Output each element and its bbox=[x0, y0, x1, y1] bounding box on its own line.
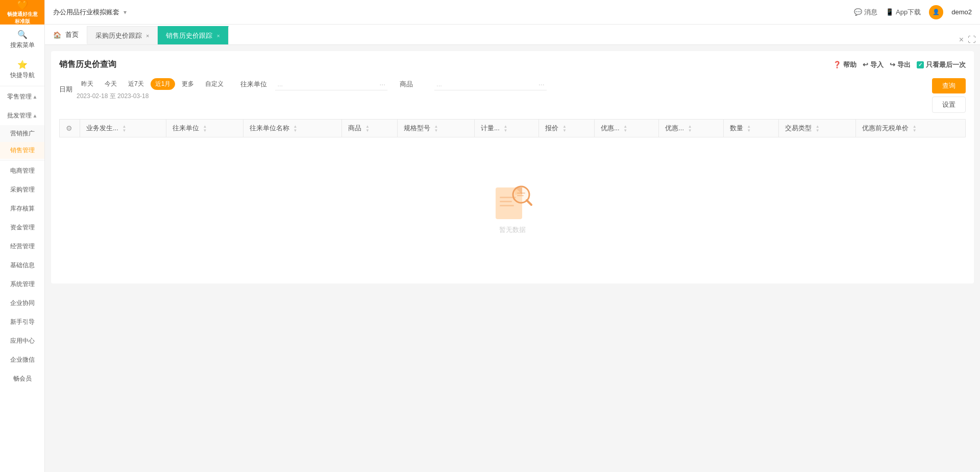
user-name[interactable]: demo2 bbox=[951, 8, 972, 16]
tab-close-all-button[interactable]: × bbox=[959, 35, 964, 44]
date-btn-1month[interactable]: 近1月 bbox=[151, 78, 176, 90]
sidebar-item-member[interactable]: 畅会员 bbox=[0, 369, 44, 388]
date-btn-today[interactable]: 今天 bbox=[100, 78, 121, 90]
th-trade-type[interactable]: 交易类型 ▲ ▼ bbox=[779, 120, 856, 137]
th-price-label: 报价 bbox=[545, 124, 558, 132]
sidebar-item-guide[interactable]: 新手引导 bbox=[0, 313, 44, 332]
sort-icons-business: ▲ ▼ bbox=[122, 125, 126, 133]
purchase-tab-close[interactable]: × bbox=[146, 33, 149, 39]
sales-tab-label: 销售历史价跟踪 bbox=[166, 31, 212, 40]
logo-icon: 🧡 bbox=[17, 0, 28, 11]
sort-icons-quantity: ▲ ▼ bbox=[747, 125, 751, 133]
partner-filter: 往来单位 ··· bbox=[240, 78, 387, 90]
th-quantity[interactable]: 数量 ▲ ▼ bbox=[723, 120, 779, 137]
product-filter: 商品 ··· bbox=[400, 78, 547, 90]
table-container: ⚙ 业务发生... ▲ ▼ 往来单位 bbox=[59, 119, 966, 137]
search-icon: 🔍 bbox=[17, 30, 28, 39]
sort-icons-unit: ▲ ▼ bbox=[503, 125, 507, 133]
product-input[interactable] bbox=[434, 78, 536, 90]
sidebar-item-search[interactable]: 🔍 搜索菜单 bbox=[0, 25, 44, 55]
th-spec[interactable]: 规格型号 ▲ ▼ bbox=[397, 120, 474, 137]
th-business-date-label: 业务发生... bbox=[86, 124, 118, 132]
empty-state: 暂无数据 bbox=[59, 137, 966, 275]
table-header: ⚙ 业务发生... ▲ ▼ 往来单位 bbox=[60, 120, 966, 137]
th-discount2-label: 优惠... bbox=[665, 124, 684, 132]
top-bar-dropdown-icon[interactable]: ▾ bbox=[124, 9, 127, 16]
setting-button[interactable]: 设置 bbox=[932, 97, 966, 113]
page-card: 销售历史价查询 ❓ 帮助 ↩ 导入 ↪ 导出 bbox=[51, 51, 974, 284]
sales-tab-close[interactable]: × bbox=[216, 33, 219, 39]
system-label: 系统管理 bbox=[10, 280, 35, 289]
filter-action-buttons: 查询 设置 bbox=[932, 78, 966, 113]
th-discount2[interactable]: 优惠... ▲ ▼ bbox=[659, 120, 723, 137]
sidebar-item-basic-info[interactable]: 基础信息 bbox=[0, 256, 44, 275]
sort-icons-discount2: ▲ ▼ bbox=[688, 125, 692, 133]
th-business-date[interactable]: 业务发生... ▲ ▼ bbox=[80, 120, 166, 137]
sidebar-item-marketing[interactable]: 营销推广 bbox=[0, 125, 44, 142]
query-button[interactable]: 查询 bbox=[932, 78, 966, 93]
partner-dots-button[interactable]: ··· bbox=[377, 80, 387, 88]
product-filter-label: 商品 bbox=[400, 80, 430, 89]
sidebar-item-sales[interactable]: 销售管理 bbox=[0, 142, 44, 159]
sidebar-item-inventory[interactable]: 库存核算 bbox=[0, 199, 44, 218]
top-bar-right: 💬 消息 📱 App下载 👤 demo2 bbox=[854, 5, 972, 19]
th-product[interactable]: 商品 ▲ ▼ bbox=[342, 120, 398, 137]
sidebar-item-retail[interactable]: 零售管理 ▲ bbox=[0, 87, 44, 106]
tab-home[interactable]: 🏠 首页 bbox=[45, 26, 87, 44]
th-partner-name[interactable]: 往来单位名称 ▲ ▼ bbox=[243, 120, 342, 137]
export-button[interactable]: ↪ 导出 bbox=[890, 60, 911, 69]
date-btn-7days[interactable]: 近7天 bbox=[124, 78, 149, 90]
date-btn-custom[interactable]: 自定义 bbox=[201, 78, 228, 90]
only-latest-label: 只看最后一次 bbox=[926, 60, 966, 69]
th-price[interactable]: 报价 ▲ ▼ bbox=[539, 120, 595, 137]
th-pretax-price-label: 优惠前无税单价 bbox=[862, 124, 909, 132]
retail-arrow: ▲ bbox=[33, 94, 38, 100]
page-title-actions: ❓ 帮助 ↩ 导入 ↪ 导出 ✓ 只看最后一 bbox=[833, 60, 966, 69]
sidebar-item-collab[interactable]: 企业协同 bbox=[0, 294, 44, 313]
sort-icons-spec: ▲ ▼ bbox=[434, 125, 438, 133]
user-avatar: 👤 bbox=[929, 5, 943, 19]
app-download-button[interactable]: 📱 App下载 bbox=[886, 8, 921, 17]
sidebar-item-purchase[interactable]: 采购管理 bbox=[0, 180, 44, 199]
sidebar-item-operations[interactable]: 经营管理 bbox=[0, 237, 44, 256]
empty-text: 暂无数据 bbox=[499, 225, 526, 234]
import-label: 导入 bbox=[870, 60, 884, 69]
sidebar-item-app-center[interactable]: 应用中心 bbox=[0, 332, 44, 350]
th-trade-type-label: 交易类型 bbox=[785, 124, 812, 132]
logo-subtitle: 标准版 bbox=[15, 18, 30, 25]
th-partner[interactable]: 往来单位 ▲ ▼ bbox=[166, 120, 243, 137]
th-unit-label: 计量... bbox=[481, 124, 500, 132]
tab-sales-history[interactable]: 销售历史价跟踪 × bbox=[158, 26, 228, 44]
product-dots-button[interactable]: ··· bbox=[536, 80, 547, 88]
sidebar-item-wechat[interactable]: 企业微信 bbox=[0, 350, 44, 369]
date-btn-yesterday[interactable]: 昨天 bbox=[77, 78, 98, 90]
checkbox-check-icon: ✓ bbox=[918, 62, 922, 67]
th-discount1[interactable]: 优惠... ▲ ▼ bbox=[594, 120, 658, 137]
top-bar-left: 办公用品行业模拟账套 ▾ bbox=[53, 8, 127, 17]
guide-label: 新手引导 bbox=[10, 318, 35, 326]
tab-maximize-button[interactable]: ⛶ bbox=[968, 35, 976, 44]
export-label: 导出 bbox=[897, 60, 911, 69]
th-unit[interactable]: 计量... ▲ ▼ bbox=[474, 120, 538, 137]
wechat-label: 企业微信 bbox=[10, 356, 35, 364]
sidebar-item-quick-nav[interactable]: ⭐ 快捷导航 bbox=[0, 55, 44, 85]
sidebar-item-ecommerce[interactable]: 电商管理 bbox=[0, 161, 44, 180]
empty-svg bbox=[489, 178, 535, 224]
th-pretax-price[interactable]: 优惠前无税单价 ▲ ▼ bbox=[856, 120, 966, 137]
table-settings-icon[interactable]: ⚙ bbox=[66, 124, 72, 132]
sidebar-item-system[interactable]: 系统管理 bbox=[0, 275, 44, 294]
sidebar-item-finance[interactable]: 资金管理 bbox=[0, 218, 44, 237]
tab-purchase-history[interactable]: 采购历史价跟踪 × bbox=[87, 26, 158, 44]
date-btn-more[interactable]: 更多 bbox=[177, 78, 199, 90]
import-button[interactable]: ↩ 导入 bbox=[863, 60, 884, 69]
checkbox-box: ✓ bbox=[917, 61, 924, 68]
th-product-label: 商品 bbox=[348, 124, 361, 132]
date-filter-group: 日期 昨天 今天 近7天 近1月 更多 自定义 2023-02-18 至 202… bbox=[59, 78, 228, 101]
sidebar-item-wholesale[interactable]: 批发管理 ▲ bbox=[0, 106, 44, 125]
partner-input[interactable] bbox=[275, 78, 377, 90]
only-latest-checkbox[interactable]: ✓ 只看最后一次 bbox=[917, 60, 966, 69]
th-partner-label: 往来单位 bbox=[173, 124, 199, 132]
message-button[interactable]: 💬 消息 bbox=[854, 8, 877, 17]
page-title: 销售历史价查询 bbox=[59, 59, 116, 70]
help-button[interactable]: ❓ 帮助 bbox=[833, 60, 856, 69]
